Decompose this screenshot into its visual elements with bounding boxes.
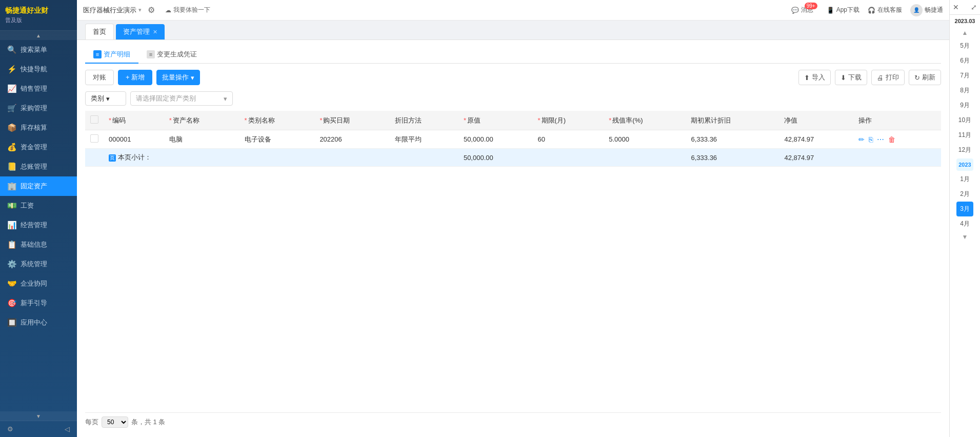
month-item-11月[interactable]: 11月 (954, 128, 975, 143)
th-code: *编码 (104, 111, 164, 130)
month-item-10月[interactable]: 10月 (954, 113, 975, 128)
category-filter-input[interactable]: 请选择固定资产类别 ▾ (130, 91, 233, 106)
dl-icon: ⬇ (841, 74, 846, 82)
category-filter-label: 类别 (91, 94, 104, 103)
cell-residual-rate: 5.0000 (604, 130, 686, 149)
message-icon: 💬 (791, 7, 799, 14)
table-wrapper: *编码 *资产名称 *类别名称 *购买日期 折旧方法 *原值 *期限(月) *残… (85, 111, 941, 412)
cell-name: 电脑 (164, 130, 239, 149)
new-button[interactable]: + 新增 (118, 70, 152, 85)
company-dropdown-arrow[interactable]: ▾ (138, 7, 142, 13)
row-checkbox-cell (85, 130, 104, 149)
settings-icon[interactable]: ⚙ (7, 425, 13, 433)
sys-icon: ⚙️ (7, 260, 16, 269)
topbar-settings-icon[interactable]: ⚙ (148, 5, 155, 15)
print-button[interactable]: 🖨 打印 (871, 70, 905, 85)
sidebar-item-corp[interactable]: 🤝企业协同 (0, 274, 77, 293)
per-page-select[interactable]: 50 100 200 (102, 416, 128, 428)
edit-icon[interactable]: ✏ (858, 135, 865, 144)
month-item-6月[interactable]: 6月 (954, 53, 975, 68)
right-panel: ✕ ⤢ 2023.03 ▲ 5月6月7月8月9月10月11月12月20231月2… (949, 0, 980, 437)
per-page-label: 每页 (85, 418, 98, 427)
subtotal-actions (853, 149, 941, 167)
message-button[interactable]: 💬 消息 99+ (791, 6, 813, 14)
topbar-experience[interactable]: ☁ 我要体验一下 (165, 6, 210, 14)
sidebar-item-purchase[interactable]: 🛒采购管理 (0, 98, 77, 118)
cell-code: 000001 (104, 130, 164, 149)
sales-icon: 📈 (7, 84, 16, 93)
nav-up-arrow[interactable]: ▲ (960, 27, 970, 38)
month-item-1月[interactable]: 1月 (954, 172, 975, 187)
ledger-icon: 📒 (7, 162, 16, 171)
sidebar-item-capital[interactable]: 💰资金管理 (0, 137, 77, 157)
online-service-button[interactable]: 🎧 在线客服 (868, 6, 902, 14)
month-item-4月[interactable]: 4月 (954, 216, 975, 231)
month-item-9月[interactable]: 9月 (954, 98, 975, 113)
sidebar-nav: 🔍搜索菜单⚡快捷导航📈销售管理🛒采购管理📦库存核算💰资金管理📒总账管理🏢固定资产… (0, 40, 77, 411)
year-label: 2023.03 (953, 15, 977, 27)
collapse-icon[interactable]: ◁ (65, 425, 70, 433)
sidebar-scroll-down[interactable]: ▼ (0, 411, 77, 421)
th-category: *类别名称 (239, 111, 315, 130)
logo-title: 畅捷通好业财 (5, 6, 72, 15)
subtotal-label: 页本页小计： (104, 149, 458, 167)
subtotal-row: 页本页小计： 50,000.00 6,333.36 42,874.97 (85, 149, 941, 167)
tab-close-asset-mgmt[interactable]: ✕ (153, 29, 157, 35)
sidebar-item-salary[interactable]: 💵工资 (0, 196, 77, 215)
sub-tabs: ≡资产明细≡变更生成凭证 (85, 46, 941, 64)
select-all-checkbox[interactable] (90, 115, 98, 124)
sidebar-item-sys[interactable]: ⚙️系统管理 (0, 254, 77, 274)
sidebar-item-fixed-assets[interactable]: 🏢固定资产 (0, 176, 77, 196)
reconcile-button[interactable]: 对账 (85, 70, 114, 85)
company-name[interactable]: 医疗器械行业演示 ▾ (83, 6, 142, 15)
month-item-2月[interactable]: 2月 (954, 187, 975, 202)
right-panel-close-icon[interactable]: ✕ (953, 3, 959, 11)
month-item-3月[interactable]: 3月 (956, 202, 973, 216)
sub-tab-asset-detail[interactable]: ≡资产明细 (85, 46, 138, 64)
copy-icon[interactable]: ⎘ (869, 135, 873, 144)
cell-period: 60 (532, 130, 604, 149)
th-depreciation-method: 折旧方法 (390, 111, 458, 130)
sidebar-item-ops[interactable]: 📊经营管理 (0, 215, 77, 235)
refresh-button[interactable]: ↻ 刷新 (909, 70, 941, 85)
sidebar-item-quick-nav[interactable]: ⚡快捷导航 (0, 59, 77, 79)
user-menu[interactable]: 👤 畅捷通 (910, 4, 943, 16)
sub-tab-change-voucher[interactable]: ≡变更生成凭证 (138, 46, 205, 64)
sidebar-item-sales[interactable]: 📈销售管理 (0, 79, 77, 98)
app-download-button[interactable]: 📱 App下载 (827, 6, 859, 14)
username: 畅捷通 (925, 6, 943, 14)
corp-icon: 🤝 (7, 279, 16, 288)
sidebar-item-apps[interactable]: 🔲应用中心 (0, 313, 77, 332)
experience-cloud-icon: ☁ (165, 7, 171, 14)
month-item-8月[interactable]: 8月 (954, 83, 975, 98)
sidebar-item-search[interactable]: 🔍搜索菜单 (0, 40, 77, 59)
batch-button[interactable]: 批量操作 ▾ (156, 70, 200, 85)
delete-icon[interactable]: 🗑 (888, 135, 895, 144)
sidebar-item-inventory[interactable]: 📦库存核算 (0, 118, 77, 137)
download-button[interactable]: ⬇ 下载 (835, 70, 867, 85)
category-filter-select[interactable]: 类别 ▾ (85, 91, 126, 106)
row-checkbox[interactable] (90, 134, 98, 143)
more-icon[interactable]: ⋯ (877, 135, 884, 144)
import-button[interactable]: ⬆ 导入 (798, 70, 831, 85)
service-icon: 🎧 (868, 7, 875, 14)
subtotal-icon: 页 (109, 154, 116, 162)
sidebar-item-basic[interactable]: 📋基础信息 (0, 235, 77, 254)
nav-down-arrow[interactable]: ▼ (960, 231, 970, 243)
cell-original-value: 50,000.00 (458, 130, 533, 149)
month-item-12月[interactable]: 12月 (954, 143, 975, 157)
tab-home[interactable]: 首页 (85, 24, 114, 39)
sidebar-scroll-up[interactable]: ▲ (0, 31, 77, 40)
table-header: *编码 *资产名称 *类别名称 *购买日期 折旧方法 *原值 *期限(月) *残… (85, 111, 941, 130)
th-accumulated: 期初累计折旧 (686, 111, 779, 130)
month-item-5月[interactable]: 5月 (954, 38, 975, 53)
content-area: ≡资产明细≡变更生成凭证 对账 + 新增 批量操作 ▾ ⬆ 导入 ⬇ 下载 (77, 40, 949, 437)
sidebar-item-guide[interactable]: 🎯新手引导 (0, 293, 77, 313)
print-icon: 🖨 (877, 74, 884, 82)
topbar: 医疗器械行业演示 ▾ ⚙ ☁ 我要体验一下 💬 消息 99+ 📱 App下载 🎧… (77, 0, 949, 21)
sidebar-item-ledger[interactable]: 📒总账管理 (0, 157, 77, 176)
tab-asset-mgmt[interactable]: 资产管理✕ (116, 24, 165, 39)
right-panel-expand-icon[interactable]: ⤢ (971, 3, 977, 11)
month-item-7月[interactable]: 7月 (954, 68, 975, 83)
category-filter-placeholder: 请选择固定资产类别 (136, 94, 196, 103)
